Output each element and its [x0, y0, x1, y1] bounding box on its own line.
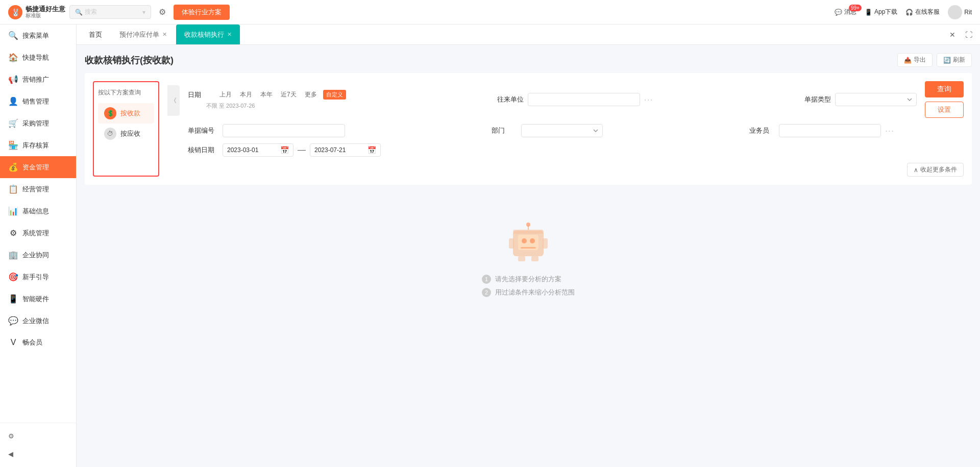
- more-conditions-area: ∧ 收起更多条件: [188, 163, 964, 177]
- svg-rect-9: [543, 238, 548, 249]
- sidebar-item-sys-mgmt[interactable]: ⚙ 系统管理: [0, 222, 76, 244]
- date-more[interactable]: 更多: [303, 89, 319, 100]
- sidebar-icon-fund-mgmt: 💰: [8, 162, 18, 172]
- partner-field: 往来单位 ···: [497, 93, 653, 106]
- tab-expand-btn[interactable]: ⛶: [962, 28, 976, 42]
- date-last-7days[interactable]: 近7天: [279, 89, 299, 100]
- tab-close-btn[interactable]: ✕: [945, 28, 960, 42]
- verify-date-end-input[interactable]: [314, 146, 365, 154]
- verify-date-start-wrap[interactable]: 📅: [223, 143, 293, 157]
- empty-tips: 1 请先选择要分析的方案 2 用过滤条件来缩小分析范围: [482, 275, 575, 297]
- logo-area[interactable]: 🐰 畅捷通好生意 标准版: [8, 5, 65, 19]
- setting-btn[interactable]: 设置: [925, 102, 964, 118]
- right-actions: 查询 设置: [925, 81, 964, 118]
- tab-close-prepay[interactable]: ✕: [162, 31, 167, 38]
- staff-field: 业务员 ···: [749, 124, 894, 137]
- dropdown-arrow-icon: ▾: [142, 9, 145, 16]
- sidebar-item-ops-mgmt[interactable]: 📋 经营管理: [0, 178, 76, 200]
- sidebar-label-ops-mgmt: 经营管理: [22, 185, 49, 194]
- page-inner: 收款核销执行(按收款) 📤 导出 🔄 刷新: [77, 45, 980, 336]
- date-custom-tag[interactable]: 自定义: [323, 90, 346, 100]
- empty-tip-1: 1 请先选择要分析的方案: [482, 275, 575, 284]
- verify-date-start-input[interactable]: [227, 146, 278, 154]
- dept-select[interactable]: [521, 124, 603, 137]
- filter-by-receipt[interactable]: 💲 按收款: [98, 103, 154, 124]
- query-btn[interactable]: 查询: [925, 81, 964, 97]
- filter-by-receivable[interactable]: ⏱ 按应收: [98, 124, 154, 144]
- sidebar-item-inventory[interactable]: 🏪 库存核算: [0, 134, 76, 156]
- tab-label-receipt-verify: 收款核销执行: [184, 30, 224, 39]
- collapse-more-btn[interactable]: ∧ 收起更多条件: [907, 163, 964, 177]
- sidebar-item-vip[interactable]: V 畅会员: [0, 332, 76, 353]
- doc-type-field: 单据类型: [804, 93, 917, 106]
- sidebar-item-purchase-mgmt[interactable]: 🛒 采购管理: [0, 112, 76, 134]
- verify-date-range: 📅 — 📅: [223, 143, 381, 157]
- tab-label-prepay: 预付冲应付单: [119, 30, 159, 39]
- tab-close-receipt-verify[interactable]: ✕: [227, 31, 232, 38]
- logo-subtitle: 标准版: [26, 13, 65, 19]
- calendar-end-icon[interactable]: 📅: [368, 146, 376, 154]
- message-button[interactable]: 💬 消息 99+: [835, 8, 856, 16]
- verify-date-end-wrap[interactable]: 📅: [310, 143, 381, 157]
- doc-no-input[interactable]: [223, 124, 345, 137]
- sidebar-item-quick-nav[interactable]: 🏠 快捷导航: [0, 46, 76, 68]
- tab-bar-actions: ✕ ⛶: [945, 28, 976, 42]
- user-avatar-area[interactable]: Rit: [948, 5, 972, 19]
- online-service-button[interactable]: 🎧 在线客服: [905, 8, 940, 16]
- sidebar-settings-btn[interactable]: ⚙: [0, 427, 76, 445]
- staff-more-icon[interactable]: ···: [885, 126, 894, 136]
- sidebar-bottom: ⚙ ◀: [0, 423, 76, 467]
- sidebar-icon-sys-mgmt: ⚙: [8, 228, 18, 238]
- sidebar-item-search-menu[interactable]: 🔍 搜索菜单: [0, 24, 76, 46]
- partner-input[interactable]: [528, 93, 640, 106]
- sidebar-label-inventory: 库存核算: [22, 141, 49, 150]
- partner-more-icon[interactable]: ···: [644, 94, 653, 105]
- sidebar-item-corp-wx[interactable]: 💬 企业微信: [0, 310, 76, 332]
- filter-row-3: 核销日期 📅 — 📅: [188, 143, 964, 157]
- filter-card: 按以下方案查询 💲 按收款 ⏱ 按应收 《: [85, 73, 972, 185]
- date-last-month[interactable]: 上月: [217, 89, 234, 100]
- tab-prepay[interactable]: 预付冲应付单✕: [111, 24, 175, 44]
- svg-rect-11: [531, 256, 538, 261]
- app-download-button[interactable]: 📱 App下载: [865, 8, 897, 16]
- refresh-btn[interactable]: 🔄 刷新: [937, 53, 972, 67]
- user-avatar: [948, 5, 962, 19]
- sidebar-item-smart-hw[interactable]: 📱 智能硬件: [0, 288, 76, 310]
- svg-point-7: [526, 223, 530, 227]
- date-this-year[interactable]: 本年: [258, 89, 275, 100]
- top-bar: 🐰 畅捷通好生意 标准版 🔍 搜索 ▾ ⚙ 体验行业方案 💬 消息 99+ 📱 …: [0, 0, 980, 24]
- sidebar-icon-vip: V: [8, 338, 18, 347]
- sidebar-collapse-btn[interactable]: ◀: [0, 445, 76, 463]
- collapse-filter-btn[interactable]: 《: [167, 85, 180, 116]
- calendar-start-icon[interactable]: 📅: [280, 146, 289, 154]
- tab-receipt-verify[interactable]: 收款核销执行✕: [176, 24, 240, 44]
- tip-num-2: 2: [482, 288, 491, 297]
- empty-state: 1 请先选择要分析的方案 2 用过滤条件来缩小分析范围: [85, 185, 972, 328]
- svg-rect-4: [521, 247, 536, 249]
- svg-rect-5: [513, 230, 544, 234]
- sidebar-label-fund-mgmt: 资金管理: [22, 163, 49, 172]
- sidebar-item-marketing[interactable]: 📢 营销推广: [0, 68, 76, 90]
- page-header: 收款核销执行(按收款) 📤 导出 🔄 刷新: [85, 53, 972, 67]
- filter-row-2: 单据编号 部门 业务员: [188, 124, 964, 137]
- sidebar-icon-smart-hw: 📱: [8, 294, 18, 304]
- doc-type-select[interactable]: [835, 93, 917, 106]
- top-search-bar[interactable]: 🔍 搜索 ▾: [69, 5, 151, 19]
- sidebar-item-sales-mgmt[interactable]: 👤 销售管理: [0, 90, 76, 112]
- tab-bar: 首页预付冲应付单✕收款核销执行✕ ✕ ⛶: [77, 24, 980, 45]
- sidebar-item-fund-mgmt[interactable]: 💰 资金管理: [0, 156, 76, 178]
- sidebar-icon-corp-wx: 💬: [8, 316, 18, 326]
- sidebar-item-basic-info[interactable]: 📊 基础信息: [0, 200, 76, 222]
- export-btn[interactable]: 📤 导出: [897, 53, 933, 67]
- industry-btn[interactable]: 体验行业方案: [174, 5, 230, 20]
- sidebar-label-basic-info: 基础信息: [22, 207, 49, 216]
- staff-input[interactable]: [779, 124, 881, 137]
- sidebar-item-enterprise[interactable]: 🏢 企业协同: [0, 244, 76, 266]
- date-this-month[interactable]: 本月: [238, 89, 254, 100]
- sidebar-item-new-guide[interactable]: 🎯 新手引导: [0, 266, 76, 288]
- tab-label-home: 首页: [89, 30, 102, 39]
- tab-home[interactable]: 首页: [81, 24, 110, 44]
- date-shortcuts: 上月 本月 本年 近7天 更多 自定义: [217, 89, 346, 100]
- collapse-icon: ◀: [8, 450, 13, 458]
- gear-button[interactable]: ⚙: [155, 5, 169, 19]
